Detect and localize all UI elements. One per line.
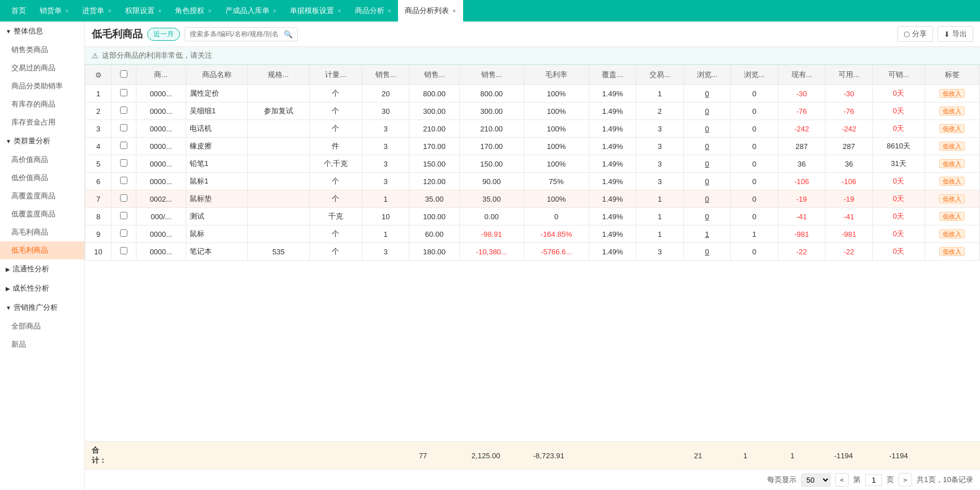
col-name[interactable]: 商品名称 <box>186 65 247 85</box>
top-navigation: 首页销货单×进货单×权限设置×角色授权×产成品入库单×单据模板设置×商品分析×商… <box>0 0 980 22</box>
sidebar-item-库存资金占用[interactable]: 库存资金占用 <box>0 113 84 131</box>
nav-close-icon[interactable]: × <box>208 7 211 14</box>
views1-link[interactable]: 0 <box>705 160 709 168</box>
row-sales2: 180.00 <box>409 243 459 261</box>
col-unit[interactable]: 计量... <box>309 65 362 85</box>
col-stock[interactable]: 现有... <box>778 65 825 85</box>
settings-icon[interactable]: ⚙ <box>95 71 102 79</box>
row-checkbox[interactable] <box>112 173 136 190</box>
nav-item-角色授权[interactable]: 角色授权× <box>168 0 218 22</box>
row-views1[interactable]: 0 <box>683 208 731 225</box>
nav-close-icon[interactable]: × <box>65 7 69 14</box>
nav-close-icon[interactable]: × <box>273 7 276 14</box>
share-button[interactable]: ⬡ 分享 <box>897 26 933 42</box>
col-spec[interactable]: 规格... <box>247 65 309 85</box>
row-views1[interactable]: 0 <box>683 243 731 261</box>
col-sales2[interactable]: 销售... <box>409 65 459 85</box>
sidebar-item-交易过的商品[interactable]: 交易过的商品 <box>0 59 84 77</box>
col-coverage[interactable]: 覆盖... <box>589 65 636 85</box>
row-checkbox[interactable] <box>112 103 136 120</box>
col-checkbox[interactable] <box>112 65 136 85</box>
nav-item-产成品入库单[interactable]: 产成品入库单× <box>219 0 283 22</box>
nav-item-首页[interactable]: 首页 <box>5 0 33 22</box>
views1-link[interactable]: 0 <box>705 142 709 151</box>
prev-page-button[interactable]: ＜ <box>835 473 849 487</box>
row-checkbox[interactable] <box>112 85 136 103</box>
row-checkbox[interactable] <box>112 138 136 155</box>
search-box[interactable]: 🔍 <box>185 27 298 41</box>
nav-item-商品分析[interactable]: 商品分析× <box>348 0 398 22</box>
col-saleable[interactable]: 可销... <box>872 65 925 85</box>
nav-close-icon[interactable]: × <box>388 7 391 14</box>
row-checkbox[interactable] <box>112 155 136 173</box>
row-coverage: 1.49% <box>589 138 636 155</box>
sidebar-item-全部商品[interactable]: 全部商品 <box>0 317 84 335</box>
export-button[interactable]: ⬇ 导出 <box>938 26 973 42</box>
nav-close-icon[interactable]: × <box>158 7 161 14</box>
views1-link[interactable]: 1 <box>705 230 709 238</box>
col-tag[interactable]: 标签 <box>925 65 979 85</box>
col-settings[interactable]: ⚙ <box>85 65 112 85</box>
views1-link[interactable]: 0 <box>705 125 709 133</box>
nav-item-商品分析列表[interactable]: 商品分析列表× <box>398 0 463 22</box>
col-sales3[interactable]: 销售... <box>459 65 524 85</box>
views1-link[interactable]: 0 <box>705 177 709 186</box>
row-checkbox[interactable] <box>112 190 136 208</box>
nav-close-icon[interactable]: × <box>452 7 456 14</box>
views1-link[interactable]: 0 <box>705 90 709 98</box>
row-views1[interactable]: 0 <box>683 155 731 173</box>
col-views1[interactable]: 浏览... <box>683 65 731 85</box>
sidebar-group-类群量分析[interactable]: ▼ 类群量分析 <box>0 131 84 151</box>
col-views2[interactable]: 浏览... <box>731 65 778 85</box>
filter-button[interactable]: 近一月 <box>147 28 180 41</box>
page-size-select[interactable]: 50 100 200 <box>801 474 831 487</box>
nav-close-icon[interactable]: × <box>108 7 111 14</box>
sidebar-item-高价值商品[interactable]: 高价值商品 <box>0 151 84 169</box>
row-views1[interactable]: 0 <box>683 173 731 190</box>
sidebar-group-整体信息[interactable]: ▼ 整体信息 <box>0 22 84 41</box>
page-number-input[interactable] <box>865 474 882 486</box>
views1-link[interactable]: 0 <box>705 248 709 256</box>
col-sales1[interactable]: 销售... <box>362 65 409 85</box>
nav-item-权限设置[interactable]: 权限设置× <box>118 0 168 22</box>
sidebar-item-有库存的商品[interactable]: 有库存的商品 <box>0 95 84 113</box>
select-all-checkbox[interactable] <box>120 70 127 78</box>
sidebar-group-营销推广分析[interactable]: ▼ 营销推广分析 <box>0 298 84 317</box>
row-checkbox[interactable] <box>112 225 136 243</box>
sidebar-item-高覆盖度商品[interactable]: 高覆盖度商品 <box>0 187 84 205</box>
row-views1[interactable]: 0 <box>683 120 731 138</box>
sidebar-item-低覆盖度商品[interactable]: 低覆盖度商品 <box>0 205 84 223</box>
views1-link[interactable]: 0 <box>705 212 709 221</box>
row-views1[interactable]: 0 <box>683 103 731 120</box>
search-input[interactable] <box>190 30 281 38</box>
row-checkbox[interactable] <box>112 120 136 138</box>
tag-badge: 低收入 <box>939 89 965 98</box>
row-views1[interactable]: 0 <box>683 138 731 155</box>
row-checkbox[interactable] <box>112 208 136 225</box>
sidebar-item-低价值商品[interactable]: 低价值商品 <box>0 169 84 187</box>
row-views1[interactable]: 1 <box>683 225 731 243</box>
col-available[interactable]: 可用... <box>825 65 873 85</box>
col-transaction[interactable]: 交易... <box>636 65 684 85</box>
sidebar-item-高毛利商品[interactable]: 高毛利商品 <box>0 223 84 241</box>
views1-link[interactable]: 0 <box>705 107 709 116</box>
sidebar-group-流通性分析[interactable]: ▶ 流通性分析 <box>0 259 84 279</box>
sidebar-item-销售类商品[interactable]: 销售类商品 <box>0 41 84 59</box>
views1-link[interactable]: 0 <box>705 195 709 203</box>
nav-item-单据模板设置[interactable]: 单据模板设置× <box>283 0 348 22</box>
col-margin-rate[interactable]: 毛利率 <box>524 65 589 85</box>
sidebar-item-低毛利商品[interactable]: 低毛利商品 <box>0 241 84 259</box>
row-views1[interactable]: 0 <box>683 85 731 103</box>
row-checkbox[interactable] <box>112 243 136 261</box>
sidebar-group-成长性分析[interactable]: ▶ 成长性分析 <box>0 279 84 298</box>
nav-item-销货单[interactable]: 销货单× <box>33 0 75 22</box>
sidebar-item-商品分类助销率[interactable]: 商品分类助销率 <box>0 77 84 95</box>
nav-item-进货单[interactable]: 进货单× <box>75 0 118 22</box>
row-views2: 0 <box>731 190 778 208</box>
col-code[interactable]: 商... <box>136 65 186 85</box>
sidebar-item-新品[interactable]: 新品 <box>0 335 84 353</box>
nav-close-icon[interactable]: × <box>337 7 341 14</box>
page-end-label: 页 <box>887 475 894 485</box>
next-page-button[interactable]: ＞ <box>898 473 912 487</box>
row-views1[interactable]: 0 <box>683 190 731 208</box>
